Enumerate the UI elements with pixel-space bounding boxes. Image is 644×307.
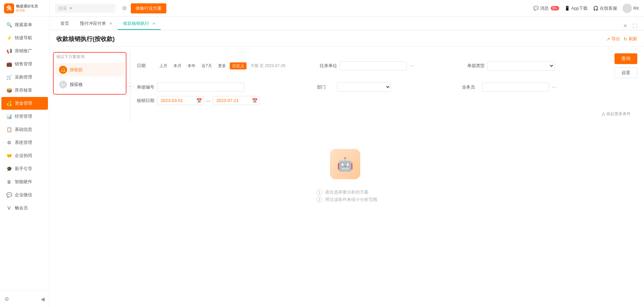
sidebar-label-basicinfo: 基础信息	[15, 126, 32, 133]
logo-text: 畅捷通好生意 标准版	[16, 4, 38, 13]
query-button[interactable]: 查询	[614, 53, 637, 64]
staff-dots-icon[interactable]: ···	[552, 84, 556, 90]
filter-sidebar-collapse-btn[interactable]: »	[126, 83, 134, 90]
logo-subtitle: 标准版	[16, 8, 38, 13]
tab-home[interactable]: 首页	[55, 18, 74, 30]
docno-input[interactable]	[157, 83, 244, 92]
settings-gear-icon[interactable]: ⚙	[1, 294, 12, 304]
hardware-icon: 🖥	[6, 179, 12, 185]
verify-date-start-cal-icon[interactable]: 📅	[196, 98, 202, 103]
app-download-button[interactable]: 📱 App下载	[565, 5, 588, 11]
sidebar-label-purchase: 采购管理	[15, 74, 32, 80]
logo-icon: 兔	[4, 3, 14, 13]
member-icon: V	[6, 205, 12, 211]
export-icon: ↗	[606, 37, 610, 42]
topbar: 搜索 ▼ ⚙ 体验行业方案 💬 消息 99+ 📱 App下载 🎧 在线客服	[50, 0, 644, 17]
verify-date-start-wrap: 📅	[157, 96, 204, 105]
wechat-icon: 💬	[6, 192, 12, 198]
sidebar-item-purchase[interactable]: 🛒 采购管理	[1, 71, 48, 84]
sidebar-item-sales[interactable]: 💼 销售管理	[1, 58, 48, 70]
partner-input[interactable]	[340, 61, 407, 70]
tabbar-close-all-icon[interactable]: ✕	[622, 22, 629, 30]
date-btn-this-month[interactable]: 本月	[171, 62, 184, 69]
collapse-more-btn[interactable]: ⋀ 收起更多条件	[137, 109, 637, 119]
tab-receipt-label: 收款核销执行	[123, 21, 149, 26]
main-area: 搜索 ▼ ⚙ 体验行业方案 💬 消息 99+ 📱 App下载 🎧 在线客服	[50, 0, 644, 307]
sidebar-label-system: 系统管理	[15, 140, 32, 146]
sidebar-item-hardware[interactable]: 🖥 智能硬件	[1, 175, 48, 188]
sidebar-label-search: 搜索菜单	[15, 22, 32, 28]
collapse-sidebar-icon[interactable]: ◀	[37, 294, 48, 304]
sidebar-item-member[interactable]: V 畅会员	[1, 202, 48, 214]
sidebar-item-inventory[interactable]: 📦 库存核算	[1, 84, 48, 97]
sidebar-item-search[interactable]: 🔍 搜索菜单	[1, 18, 48, 31]
empty-state: 🤖 1 请先选择要分析的方案 2 用过滤条件来缩小分析范围	[50, 122, 644, 224]
tab-prepay[interactable]: 预付冲应付单 ✕	[74, 18, 118, 30]
filter-panel: 按以下方案查询 💰 按收款 🕐 按应收 »	[50, 46, 644, 122]
sidebar-label-collab: 企业协同	[15, 153, 32, 159]
date-btn-custom[interactable]: 自定义	[230, 62, 247, 69]
sidebar-bottom: ⚙ ◀	[0, 291, 49, 307]
user-area[interactable]: Rit	[623, 4, 639, 13]
topbar-gear-icon[interactable]: ⚙	[122, 5, 127, 11]
tab-prepay-close-icon[interactable]: ✕	[109, 21, 112, 25]
settings-button[interactable]: 设置	[614, 67, 637, 78]
solution-button[interactable]: 体验行业方案	[131, 3, 166, 13]
topbar-right: 💬 消息 99+ 📱 App下载 🎧 在线客服 Rit	[533, 4, 639, 13]
sidebar-item-management[interactable]: 📊 经营管理	[1, 110, 48, 123]
date-btn-last-month[interactable]: 上月	[157, 62, 170, 69]
marketing-icon: 📢	[6, 48, 12, 54]
date-btn-this-year[interactable]: 本年	[185, 62, 198, 69]
filter-option-by-receipt[interactable]: 💰 按收款	[55, 63, 124, 76]
sales-icon: 💼	[6, 61, 12, 67]
date-buttons: 上月 本月 本年 近7天 更多 自定义	[157, 62, 247, 69]
page-header: 收款核销执行(按收款) ↗ 导出 ↻ 刷新	[50, 30, 644, 46]
messages-button[interactable]: 💬 消息 99+	[533, 5, 559, 11]
sidebar-item-finance[interactable]: 💰 资金管理	[1, 97, 48, 110]
staff-input[interactable]	[482, 83, 549, 92]
quicknav-icon: ⚡	[6, 35, 12, 41]
tabbar-actions: ✕ ⛶	[622, 22, 639, 30]
topbar-search-placeholder: 搜索	[58, 5, 67, 11]
service-icon: 🎧	[593, 6, 598, 11]
sidebar-item-system[interactable]: ⚙ 系统管理	[1, 136, 48, 149]
user-name: Rit	[633, 6, 639, 11]
topbar-search-area[interactable]: 搜索 ▼	[55, 4, 115, 13]
filter-option-receipt-label: 按收款	[70, 67, 83, 73]
date-btn-7days[interactable]: 近7天	[199, 62, 214, 69]
sidebar: 兔 畅捷通好生意 标准版 🔍 搜索菜单 ⚡ 快捷导航 📢 营销推广 💼 销售管理…	[0, 0, 50, 307]
sidebar-label-member: 畅会员	[15, 205, 28, 211]
filter-group-staff: 业务员 ···	[462, 83, 602, 92]
sidebar-item-wechat[interactable]: 💬 企业微信	[1, 189, 48, 201]
tabbar-expand-icon[interactable]: ⛶	[631, 22, 639, 30]
sidebar-item-marketing[interactable]: 📢 营销推广	[1, 45, 48, 57]
tab-receipt[interactable]: 收款核销执行 ✕	[118, 18, 161, 30]
finance-icon: 💰	[6, 100, 12, 106]
collapse-arrow-icon: ⋀	[602, 112, 605, 116]
date-btn-more[interactable]: 更多	[216, 62, 228, 69]
sidebar-item-quicknav[interactable]: ⚡ 快捷导航	[1, 32, 48, 44]
sidebar-item-collab[interactable]: 🤝 企业协同	[1, 149, 48, 162]
verify-date-end-cal-icon[interactable]: 📅	[252, 98, 258, 103]
refresh-button[interactable]: ↻ 刷新	[624, 36, 637, 42]
sidebar-item-guide[interactable]: 🎓 新手引导	[1, 162, 48, 175]
service-label: 在线客服	[600, 5, 617, 11]
user-avatar	[623, 4, 632, 13]
filter-sidebar-title: 按以下方案查询	[55, 54, 124, 60]
app-download-icon: 📱	[565, 6, 570, 11]
logo-title: 畅捷通好生意	[16, 4, 38, 8]
service-button[interactable]: 🎧 在线客服	[593, 5, 617, 11]
tab-receipt-close-icon[interactable]: ✕	[152, 21, 155, 25]
filter-main: 日期 上月 本月 本年 近7天 更多 自定义 不限 至 2023-07-26	[130, 50, 644, 122]
export-button[interactable]: ↗ 导出	[606, 36, 620, 42]
sidebar-item-basicinfo[interactable]: 📋 基础信息	[1, 123, 48, 136]
filter-option-by-receivable[interactable]: 🕐 按应收	[55, 78, 124, 91]
dept-select[interactable]	[337, 82, 391, 92]
partner-dots-icon[interactable]: ···	[410, 63, 414, 69]
messages-badge: 99+	[551, 6, 559, 10]
refresh-label: 刷新	[629, 36, 637, 42]
step2-text: 用过滤条件来缩小分析范围	[325, 197, 377, 203]
sidebar-label-management: 经营管理	[15, 113, 32, 119]
doctype-select[interactable]	[487, 61, 554, 71]
doctype-label: 单据类型	[467, 63, 485, 69]
